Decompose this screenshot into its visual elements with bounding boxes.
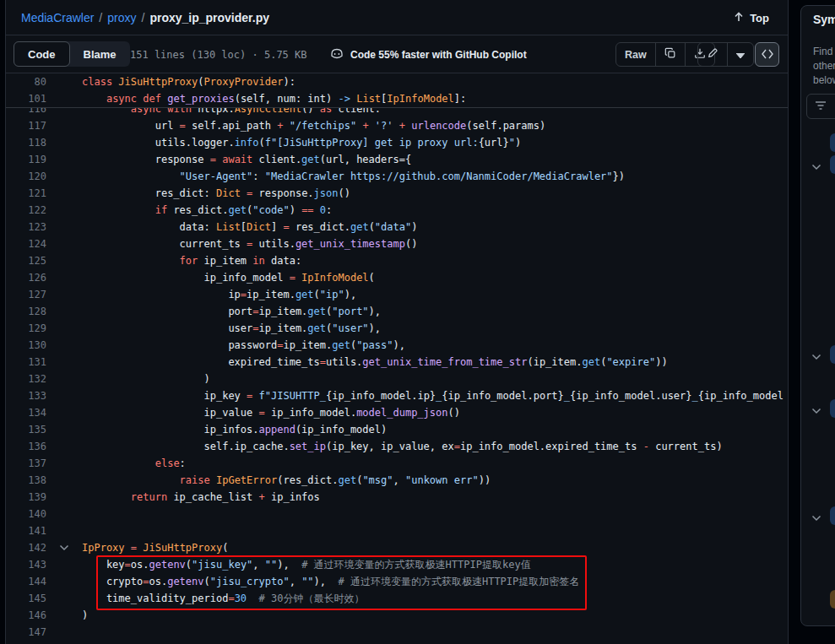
line-number[interactable]: 132 [6,371,46,387]
code-line: 136 self.ip_cache.set_ip(ip_key, ip_valu… [6,438,788,455]
code-text: ) [82,607,88,624]
copilot-banner[interactable]: Code 55% faster with GitHub Copilot [330,35,527,73]
pencil-icon [707,47,718,62]
symbol-kind-badge[interactable] [830,133,835,152]
line-number[interactable]: 139 [6,489,46,506]
line-number[interactable]: 121 [6,185,46,202]
code-text: crypto=os.getenv("jisu_crypto", ""), # 通… [82,573,579,590]
code-line: 116 async with httpx.AsyncClient() as cl… [6,108,788,117]
breadcrumb-filename: proxy_ip_provider.py [149,11,269,24]
edit-options-button[interactable] [727,43,753,66]
line-number[interactable]: 141 [6,522,46,539]
line-number[interactable]: 144 [6,573,46,590]
code-line: 144 crypto=os.getenv("jisu_crypto", ""),… [6,573,788,590]
caret-down-icon [736,49,745,61]
line-number[interactable]: 128 [6,303,46,320]
gutter [46,590,82,607]
code-line: 140 [6,506,788,522]
symbols-panel-title: Sym [813,13,835,26]
line-number[interactable]: 134 [6,404,46,421]
edit-button-group [697,42,754,67]
line-number[interactable]: 130 [6,337,46,354]
line-number[interactable]: 131 [6,354,46,371]
code-text: password=ip_item.get("pass"), [82,337,405,354]
gutter [46,151,82,168]
line-number[interactable]: 118 [6,134,46,151]
line-number[interactable]: 138 [6,472,46,489]
chevron-down-icon[interactable] [811,159,823,170]
code-text: res_dict: Dict = response.json() [82,185,350,202]
line-number[interactable]: 146 [6,607,46,624]
gutter [46,438,82,455]
code-text: ip_infos.append(ip_info_model) [82,421,387,438]
line-number[interactable]: 101 [6,90,46,107]
code-line: 141 [6,522,788,539]
line-number[interactable]: 119 [6,151,46,168]
symbol-kind-badge[interactable] [830,399,835,418]
back-to-top-label: Top [750,12,769,24]
line-number[interactable]: 127 [6,286,46,303]
code-line: 146) [6,607,788,624]
chevron-down-icon[interactable] [811,510,823,522]
line-number[interactable]: 145 [6,590,46,607]
raw-button[interactable]: Raw [616,43,655,66]
collapse-chevron-icon[interactable] [46,539,82,556]
back-to-top-button[interactable]: Top [733,0,769,35]
chevron-down-icon[interactable] [811,349,823,360]
line-number[interactable]: 129 [6,320,46,337]
code-line: 119 response = await client.get(url, hea… [6,151,788,168]
line-number[interactable]: 122 [6,202,46,219]
symbol-kind-badge[interactable] [830,155,835,174]
symbols-filter-input[interactable] [806,94,835,119]
filter-icon [815,99,827,114]
tab-blame[interactable]: Blame [70,41,130,67]
code-line: 129 user=ip_item.get("user"), [6,320,788,337]
line-number[interactable]: 120 [6,168,46,185]
line-number[interactable]: 80 [6,73,46,90]
code-line: 125 for ip_item in data: [6,252,788,269]
line-number[interactable]: 125 [6,252,46,269]
clipped-code-line: 116 async with httpx.AsyncClient() as cl… [6,108,788,117]
symbol-kind-badge[interactable] [830,345,835,364]
line-number[interactable]: 123 [6,219,46,235]
copy-raw-button[interactable] [655,43,685,66]
line-number[interactable]: 147 [6,624,46,641]
symbols-panel-toggle-button[interactable] [755,42,779,67]
gutter [46,286,82,303]
edit-file-button[interactable] [698,43,727,66]
breadcrumb-separator: / [141,11,144,24]
gutter [46,252,82,269]
line-number[interactable]: 142 [6,539,46,556]
description-line: Find [813,45,835,59]
gutter [46,607,82,624]
line-number[interactable]: 136 [6,438,46,455]
code-text: if res_dict.get("code") == 0: [82,202,332,219]
tab-code[interactable]: Code [14,41,70,67]
line-number[interactable]: 140 [6,506,46,522]
line-number[interactable]: 117 [6,117,46,134]
breadcrumb-folder-link[interactable]: proxy [107,11,136,24]
breadcrumb: MediaCrawler / proxy / proxy_ip_provider… [21,0,269,35]
gutter [46,506,82,522]
code-line: 137 else: [6,455,788,472]
symbol-kind-badge[interactable] [830,506,835,525]
code-symbols-icon [762,47,773,62]
arrow-up-icon [733,11,745,25]
gutter [46,202,82,219]
line-number[interactable]: 143 [6,556,46,573]
line-number[interactable]: 133 [6,387,46,404]
line-number[interactable]: 137 [6,455,46,472]
file-metadata: 151 lines (130 loc) · 5.75 KB [130,35,307,73]
chevron-down-icon[interactable] [811,403,823,414]
gutter [46,455,82,472]
gutter [46,320,82,337]
symbol-kind-badge[interactable] [830,590,835,609]
line-number[interactable]: 124 [6,235,46,252]
line-number[interactable]: 116 [6,108,46,117]
code-text: expired_time_ts=utils.get_unix_time_from… [82,354,668,371]
line-number[interactable]: 126 [6,269,46,286]
breadcrumb-repo-link[interactable]: MediaCrawler [21,11,94,24]
code-text: data: List[Dict] = res_dict.get("data") [82,219,417,235]
code-text: for ip_item in data: [82,252,301,269]
line-number[interactable]: 135 [6,421,46,438]
